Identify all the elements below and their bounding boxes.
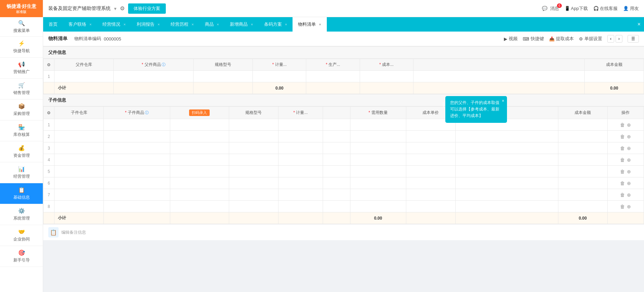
delete-icon-row-5[interactable]: 🗑: [620, 169, 625, 174]
tab-close-history[interactable]: ×: [191, 22, 194, 26]
copy-icon-row-7[interactable]: ⊕: [627, 192, 631, 198]
close-all-tabs[interactable]: ×: [634, 21, 644, 27]
gear-settings-icon[interactable]: ⚙: [120, 5, 125, 12]
online-service[interactable]: 🎧 在线客服: [593, 5, 618, 12]
tab-close-bom[interactable]: ×: [319, 22, 321, 26]
child-row-7-required-qty[interactable]: [350, 189, 406, 201]
experience-btn[interactable]: 体验行业方案: [128, 3, 166, 14]
child-row-5-goods[interactable]: [104, 166, 170, 177]
child-row-3-warehouse[interactable]: [54, 142, 104, 154]
child-row-6-warehouse[interactable]: [54, 177, 104, 189]
child-row-6-required-qty[interactable]: [350, 177, 406, 189]
single-setting-btn[interactable]: ⚙ 单据设置: [579, 36, 602, 42]
sidebar-item-operations[interactable]: 📊 经营管理: [0, 162, 43, 183]
sidebar-item-quicknav[interactable]: ⚡ 快捷导航: [0, 37, 43, 58]
sidebar-item-system[interactable]: ⚙️ 系统管理: [0, 204, 43, 225]
child-row-8-spec[interactable]: [229, 201, 278, 212]
sidebar-item-inventory[interactable]: 🏪 库存核算: [0, 120, 43, 141]
tab-close-new-goods[interactable]: ×: [251, 22, 253, 26]
tab-profit[interactable]: 利润报告 ×: [131, 17, 165, 32]
child-row-1-unit[interactable]: [278, 119, 323, 131]
child-row-5-required-qty[interactable]: [350, 166, 406, 177]
sidebar-item-search[interactable]: 🔍 搜索菜单: [0, 17, 43, 37]
child-row-1-warehouse[interactable]: [54, 119, 104, 131]
parent-row-1-warehouse[interactable]: [54, 71, 114, 82]
tab-home[interactable]: 首页: [43, 17, 63, 32]
child-row-8-required-qty[interactable]: [350, 201, 406, 212]
child-row-3-required-qty[interactable]: [350, 142, 406, 154]
copy-icon-row-8[interactable]: ⊕: [627, 204, 631, 209]
delete-icon-row-8[interactable]: 🗑: [620, 204, 625, 209]
child-row-4-unit-cost[interactable]: [406, 154, 455, 166]
child-row-2-required-qty[interactable]: [350, 131, 406, 142]
copy-icon-row-4[interactable]: ⊕: [627, 157, 631, 163]
tab-close-goods[interactable]: ×: [217, 22, 219, 26]
copy-icon-row-6[interactable]: ⊕: [627, 180, 631, 186]
child-row-5-unit-cost[interactable]: [406, 166, 455, 177]
child-row-5-spec[interactable]: [229, 166, 278, 177]
child-row-8-unit[interactable]: [278, 201, 323, 212]
tab-new-goods[interactable]: 新增商品 ×: [224, 17, 258, 32]
dropdown-arrow-icon[interactable]: ▾: [114, 6, 116, 11]
child-row-2-unit-cost[interactable]: [406, 131, 455, 142]
scan-btn[interactable]: 扫码录入: [189, 109, 210, 116]
child-row-1-spec[interactable]: [229, 119, 278, 131]
child-row-7-unit[interactable]: [278, 189, 323, 201]
parent-row-1-produce[interactable]: [306, 71, 360, 82]
child-row-2-spec[interactable]: [229, 131, 278, 142]
child-row-7-unit-cost[interactable]: [406, 189, 455, 201]
child-row-7-spec[interactable]: [229, 189, 278, 201]
child-row-8-goods[interactable]: [104, 201, 170, 212]
next-arrow[interactable]: ›: [616, 35, 622, 43]
prev-arrow[interactable]: ‹: [607, 35, 614, 43]
child-row-4-unit[interactable]: [278, 154, 323, 166]
extract-cost-btn[interactable]: 📥 提取成本: [549, 36, 574, 42]
sidebar-item-purchase[interactable]: 📦 采购管理: [0, 100, 43, 120]
tab-close-customer[interactable]: ×: [89, 22, 91, 26]
child-row-2-warehouse[interactable]: [54, 131, 104, 142]
th-child-settings[interactable]: ⚙: [44, 107, 54, 119]
view-video-btn[interactable]: ▶ 视频: [504, 36, 518, 42]
tab-bom[interactable]: 物料清单 ×: [293, 17, 326, 32]
child-row-6-unit[interactable]: [278, 177, 323, 189]
child-row-5-warehouse[interactable]: [54, 166, 104, 177]
child-row-8-warehouse[interactable]: [54, 201, 104, 212]
delete-icon-row-1[interactable]: 🗑: [620, 122, 625, 128]
sidebar-item-basic[interactable]: 📋 基础信息: [0, 183, 43, 204]
user-avatar[interactable]: 👤 用友: [623, 5, 639, 12]
child-row-2-goods[interactable]: [104, 131, 170, 142]
sidebar-item-marketing[interactable]: 📢 营销推广: [0, 58, 43, 79]
copy-icon-row-3[interactable]: ⊕: [627, 145, 631, 151]
delete-icon-row-3[interactable]: 🗑: [620, 145, 625, 151]
tab-close-barcode[interactable]: ×: [285, 22, 287, 26]
child-row-3-goods[interactable]: [104, 142, 170, 154]
child-row-2-unit[interactable]: [278, 131, 323, 142]
child-row-7-goods[interactable]: [104, 189, 170, 201]
child-row-6-unit-cost[interactable]: [406, 177, 455, 189]
copy-icon-row-5[interactable]: ⊕: [627, 169, 631, 174]
child-row-3-unit[interactable]: [278, 142, 323, 154]
child-row-3-spec[interactable]: [229, 142, 278, 154]
child-row-1-goods[interactable]: [104, 119, 170, 131]
tab-customer[interactable]: 客户联络 ×: [63, 17, 97, 32]
child-row-8-unit-cost[interactable]: [406, 201, 455, 212]
th-parent-settings[interactable]: ⚙: [44, 59, 54, 71]
child-row-4-required-qty[interactable]: [350, 154, 406, 166]
parent-row-1-goods[interactable]: [114, 71, 194, 82]
child-row-1-required-qty[interactable]: [350, 119, 406, 131]
copy-icon-row-2[interactable]: ⊕: [627, 134, 631, 139]
tab-close-operations[interactable]: ×: [123, 22, 125, 26]
sidebar-item-guide[interactable]: 🎯 新手引导: [0, 246, 43, 267]
delete-icon-row-4[interactable]: 🗑: [620, 157, 625, 163]
child-row-6-goods[interactable]: [104, 177, 170, 189]
tab-operations[interactable]: 经营情况 ×: [97, 17, 131, 32]
child-row-5-unit[interactable]: [278, 166, 323, 177]
child-row-7-warehouse[interactable]: [54, 189, 104, 201]
delete-icon-row-2[interactable]: 🗑: [620, 134, 625, 139]
notes-icon[interactable]: 📋: [48, 227, 59, 237]
delete-icon-row-7[interactable]: 🗑: [620, 192, 625, 198]
sidebar-item-sales[interactable]: 🛒 销售管理: [0, 79, 43, 100]
tab-goods[interactable]: 商品 ×: [199, 17, 224, 32]
parent-row-1-cost[interactable]: [360, 71, 413, 82]
delete-icon-row-6[interactable]: 🗑: [620, 180, 625, 186]
